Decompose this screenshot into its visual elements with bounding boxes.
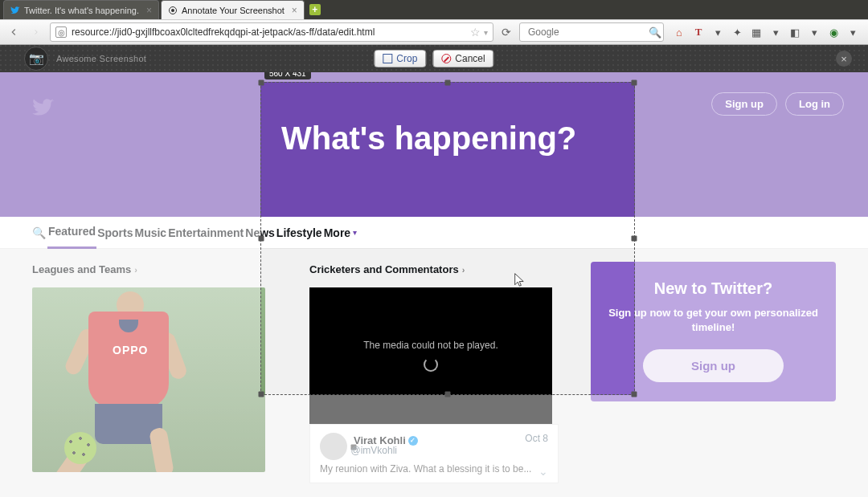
tab-title: Twitter. It's what's happening. [24, 6, 139, 15]
category-nav: 🔍 Featured Sports Music Entertainment Ne… [0, 217, 868, 249]
nav-sports[interactable]: Sports [96, 218, 133, 248]
left-column: Leagues and Teams › OPPO [32, 262, 265, 472]
close-icon[interactable]: × [146, 5, 152, 16]
new-tab-button[interactable]: + [306, 0, 324, 19]
heading-text: Cricketers and Commentators [309, 263, 459, 275]
spark-icon[interactable]: ✦ [730, 25, 744, 39]
signup-promo: New to Twitter? Sign up now to get your … [591, 262, 836, 401]
browser-nav-row: ◎ ☆ ▾ ⟳ G 🔍 ⌂ T ▾ ✦ ▦ ▾ ◧ ▾ ◉ ▾ [0, 19, 868, 45]
svg-point-1 [171, 9, 174, 12]
tweet-body: My reunion with Ziva. What a blessing it… [320, 460, 548, 475]
jersey-text: OPPO [113, 344, 148, 356]
cancel-label: Cancel [455, 53, 485, 64]
right-column: New to Twitter? Sign up now to get your … [591, 262, 836, 401]
crop-icon[interactable]: ◧ [788, 25, 802, 39]
screenshot-toolbar: 📷 Awesome Screenshot Crop Cancel × [0, 45, 868, 72]
promo-signup-button[interactable]: Sign up [643, 349, 784, 382]
loading-icon [424, 357, 438, 372]
browser-tab-2[interactable]: Annotate Your Screenshot × [161, 0, 305, 19]
toolbar-icons: ⌂ T ▾ ✦ ▦ ▾ ◧ ▾ ◉ ▾ [669, 25, 863, 39]
dropdown-icon[interactable]: ▾ [845, 25, 860, 39]
browser-search-input[interactable] [528, 26, 649, 38]
nav-more[interactable]: More [323, 218, 351, 248]
reload-button[interactable]: ⟳ [498, 26, 514, 39]
media-error-text: The media could not be played. [363, 340, 497, 351]
search-icon[interactable]: 🔍 [32, 226, 46, 239]
cancel-icon [441, 54, 451, 63]
tweet-author-handle[interactable]: @imVkohli [351, 445, 357, 450]
chevron-right-icon: › [462, 265, 465, 275]
left-column-heading[interactable]: Leagues and Teams › [32, 263, 137, 275]
chevron-down-icon[interactable]: ⌄ [538, 465, 548, 478]
sign-up-button[interactable]: Sign up [711, 92, 777, 116]
forward-button[interactable] [27, 23, 45, 41]
chevron-right-icon: › [134, 265, 137, 275]
bookmark-star-icon[interactable]: ☆ [470, 26, 481, 39]
home-icon[interactable]: ⌂ [672, 25, 686, 39]
tweet-card[interactable]: Virat Kohli ✓ @imVkohli Oct 8 ⌄ My reuni… [309, 424, 559, 483]
plus-icon: + [309, 4, 321, 15]
football-icon [64, 432, 96, 464]
chevron-down-icon[interactable]: ▾ [353, 228, 357, 237]
twitter-icon [10, 6, 20, 15]
crop-icon [383, 54, 392, 63]
promo-title: New to Twitter? [607, 279, 820, 298]
nav-lifestyle[interactable]: Lifestyle [276, 218, 323, 248]
dropdown-icon[interactable]: ▾ [710, 25, 725, 39]
tab-title: Annotate Your Screenshot [182, 6, 285, 15]
target-icon [168, 6, 178, 15]
content-area: Leagues and Teams › OPPO Cricketers and … [0, 249, 868, 497]
back-button[interactable] [5, 23, 23, 41]
identity-icon[interactable]: ◎ [55, 26, 67, 38]
hero-headline: What's happening? [281, 120, 576, 157]
middle-column: Cricketers and Commentators › The media … [309, 262, 559, 483]
verified-badge-icon: ✓ [408, 436, 418, 446]
lens-icon[interactable]: ◉ [826, 25, 841, 39]
browser-tabstrip: Twitter. It's what's happening. × Annota… [0, 0, 868, 19]
crop-button[interactable]: Crop [374, 50, 426, 67]
middle-column-heading[interactable]: Cricketers and Commentators › [309, 263, 465, 275]
sports-image[interactable]: OPPO [32, 287, 265, 472]
camera-icon[interactable]: 📷 [24, 47, 48, 71]
heading-text: Leagues and Teams [32, 263, 131, 275]
dropdown-icon[interactable]: ▾ [768, 25, 783, 39]
screenshot-brand: Awesome Screenshot [56, 54, 146, 63]
close-button[interactable]: × [836, 51, 852, 67]
browser-tab-1[interactable]: Twitter. It's what's happening. × [3, 0, 159, 19]
nav-news[interactable]: News [244, 218, 276, 248]
url-input[interactable] [72, 26, 470, 38]
dropdown-icon[interactable]: ▾ [807, 25, 821, 39]
media-player[interactable]: The media could not be played. [309, 287, 552, 424]
text-tool-icon[interactable]: T [691, 25, 706, 39]
search-icon[interactable]: 🔍 [649, 26, 661, 39]
cancel-button[interactable]: Cancel [432, 50, 493, 67]
grid-icon[interactable]: ▦ [749, 25, 764, 39]
browser-search-box[interactable]: G 🔍 [519, 22, 664, 42]
twitter-logo-icon[interactable] [32, 96, 55, 119]
promo-body: Sign up now to get your own personalized… [607, 306, 820, 335]
tweet-date: Oct 8 [525, 433, 548, 444]
log-in-button[interactable]: Log in [785, 92, 844, 116]
twitter-hero: Sign up Log in What's happening? [0, 72, 868, 217]
nav-entertainment[interactable]: Entertainment [167, 218, 244, 248]
nav-music[interactable]: Music [133, 218, 167, 248]
page-viewport: Sign up Log in What's happening? 🔍 Featu… [0, 72, 868, 497]
nav-featured[interactable]: Featured [47, 216, 96, 249]
url-bar[interactable]: ◎ ☆ ▾ [50, 22, 493, 42]
close-icon[interactable]: × [292, 5, 297, 16]
crop-label: Crop [396, 53, 417, 64]
dropdown-icon[interactable]: ▾ [484, 28, 488, 37]
avatar[interactable] [320, 433, 347, 460]
